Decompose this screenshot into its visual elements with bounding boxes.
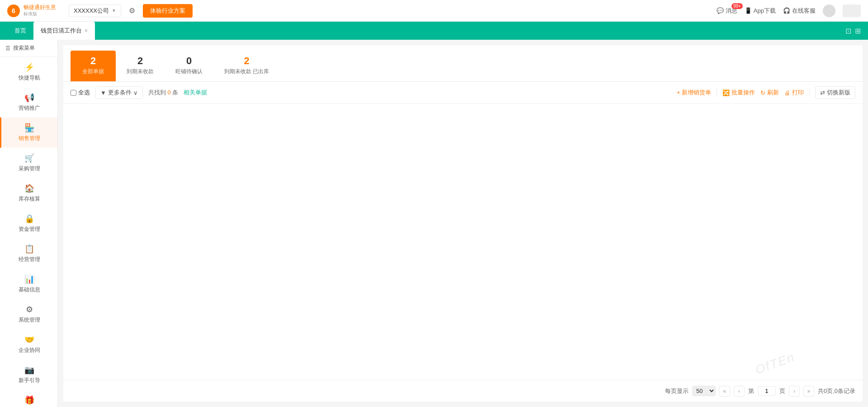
logo-badge: 标准版	[24, 11, 56, 17]
status-card-overdue-num: 2	[127, 55, 154, 67]
status-card-all[interactable]: 2 全部单据	[71, 51, 116, 81]
company-dropdown-icon: ▼	[112, 8, 116, 13]
sidebar-item-system[interactable]: ⚙ 系统管理	[0, 299, 57, 329]
logo-area: 6 畅捷通好生意 标准版	[7, 4, 65, 18]
status-card-wangpu[interactable]: 0 旺铺待确认	[165, 51, 213, 81]
sidebar-item-finance[interactable]: 🔒 资金管理	[0, 208, 57, 239]
related-orders-link[interactable]: 相关单据	[184, 89, 207, 97]
tab-maximize-icon[interactable]: ⊞	[855, 27, 861, 35]
status-card-shipped-label: 到期未收款 已出库	[224, 68, 269, 75]
logo-text: 畅捷通好生意	[24, 4, 56, 11]
status-cards: 2 全部单据 2 到期未收款 0 旺铺待确认 2 到期未收款 已出库	[63, 45, 863, 82]
prev-page-button[interactable]: ‹	[734, 386, 745, 397]
batch-operation-button[interactable]: 🔀 批量操作	[722, 89, 755, 97]
print-button[interactable]: 🖨 打印	[784, 89, 804, 97]
main-layout: ☰ 搜索菜单 ⚡ 快捷导航 📢 营销推广 🏪 销售管理 🛒 采购管理 🏠 库存核…	[0, 40, 868, 407]
last-page-button[interactable]: »	[803, 386, 814, 397]
filter-button[interactable]: ▼ 更多条件 ∨	[95, 86, 143, 99]
toolbar: 全选 ▼ 更多条件 ∨ 共找到 0 条 相关单据 + 新增销货单	[63, 82, 863, 104]
app-download-icon: 📱	[745, 7, 752, 14]
tab-minimize-icon[interactable]: ⊡	[845, 27, 851, 35]
page-number-input[interactable]	[758, 386, 776, 396]
basic-info-icon: 📊	[24, 274, 34, 284]
company-selector[interactable]: XXXXXX公司 ▼	[69, 5, 121, 17]
message-item[interactable]: 💬 消息 99+	[717, 7, 737, 15]
app-download-label: App下载	[754, 7, 776, 15]
status-card-overdue[interactable]: 2 到期未收款	[116, 51, 165, 81]
app-center-icon: 🎁	[24, 395, 34, 405]
found-count-area: 共找到 0 条	[148, 89, 178, 97]
trial-button[interactable]: 体验行业方案	[143, 4, 193, 18]
content-area: 2 全部单据 2 到期未收款 0 旺铺待确认 2 到期未收款 已出库	[58, 40, 868, 407]
sidebar-item-quick-nav[interactable]: ⚡ 快捷导航	[0, 57, 57, 87]
total-label: 共0页,0条记录	[818, 387, 855, 395]
settings-button[interactable]: ⚙	[125, 4, 139, 18]
switch-version-button[interactable]: ⇄ 切换新版	[815, 86, 855, 99]
toolbar-divider-1	[717, 89, 717, 96]
finance-label: 资金管理	[19, 225, 40, 233]
basic-info-label: 基础信息	[19, 286, 40, 294]
message-icon: 💬	[717, 7, 724, 14]
sidebar-item-inventory[interactable]: 🏠 库存核算	[0, 178, 57, 208]
sidebar-search[interactable]: ☰ 搜索菜单	[0, 40, 57, 57]
pagination: 每页显示 50 100 200 « ‹ 第 页 › » 共0页,0条记录	[63, 380, 863, 402]
purchase-icon: 🛒	[24, 153, 34, 163]
tab-work-station[interactable]: 钱货日清工作台 ×	[33, 22, 95, 40]
message-badge: 99+	[731, 3, 743, 9]
tab-close-icon[interactable]: ×	[85, 28, 88, 34]
tab-home[interactable]: 首页	[7, 22, 33, 40]
first-page-button[interactable]: «	[719, 386, 730, 397]
guide-label: 新手引导	[19, 377, 40, 384]
sidebar-item-operations[interactable]: 📋 经营管理	[0, 239, 57, 269]
sidebar-item-basic-info[interactable]: 📊 基础信息	[0, 269, 57, 299]
switch-label: 切换新版	[827, 89, 850, 97]
status-card-overdue-label: 到期未收款	[127, 68, 154, 75]
avatar[interactable]	[823, 5, 835, 17]
sidebar-item-marketing[interactable]: 📢 营销推广	[0, 87, 57, 117]
cooperation-label: 企业协同	[19, 346, 40, 354]
guide-icon: 📷	[24, 365, 34, 375]
sidebar-item-app-center[interactable]: 🎁 应用中心	[0, 390, 57, 407]
found-prefix: 共找到	[148, 89, 166, 96]
add-sale-order-button[interactable]: + 新增销货单	[677, 89, 711, 97]
filter-label: 更多条件	[108, 89, 132, 97]
refresh-button[interactable]: ↻ 刷新	[760, 89, 779, 97]
refresh-icon: ↻	[760, 89, 765, 96]
inventory-icon: 🏠	[24, 183, 34, 193]
tab-home-label: 首页	[14, 27, 26, 35]
next-page-button[interactable]: ›	[789, 386, 800, 397]
quick-nav-icon: ⚡	[24, 62, 34, 72]
online-service-label: 在线客服	[792, 7, 816, 15]
per-page-select[interactable]: 50 100 200	[692, 386, 716, 396]
filter-icon: ▼	[100, 89, 106, 96]
inventory-label: 库存核算	[19, 195, 40, 203]
print-label: 打印	[792, 89, 804, 97]
filter-dropdown-icon: ∨	[133, 89, 138, 96]
found-unit: 条	[172, 89, 178, 96]
sales-icon: 🏪	[24, 123, 34, 133]
toolbar-right: + 新增销货单 🔀 批量操作 ↻ 刷新 🖨 打印	[677, 86, 855, 99]
sidebar-item-guide[interactable]: 📷 新手引导	[0, 360, 57, 390]
sidebar-item-sales[interactable]: 🏪 销售管理	[0, 117, 57, 148]
select-all-input[interactable]	[71, 90, 76, 96]
select-all-checkbox[interactable]: 全选	[71, 89, 90, 97]
per-page-label: 每页显示	[665, 387, 689, 395]
app-download-item[interactable]: 📱 App下载	[745, 7, 776, 15]
sidebar-item-purchase[interactable]: 🛒 采购管理	[0, 148, 57, 178]
sidebar-item-cooperation[interactable]: 🤝 企业协同	[0, 329, 57, 360]
sales-label: 销售管理	[19, 135, 40, 142]
marketing-label: 营销推广	[19, 104, 40, 112]
top-header: 6 畅捷通好生意 标准版 XXXXXX公司 ▼ ⚙ 体验行业方案 💬 消息 99…	[0, 0, 868, 22]
tab-bar-right: ⊡ ⊞	[845, 27, 861, 35]
operations-icon: 📋	[24, 244, 34, 254]
search-label: 搜索菜单	[13, 44, 35, 52]
status-card-wangpu-num: 0	[175, 55, 203, 67]
select-all-label: 全选	[78, 89, 90, 97]
online-service-item[interactable]: 🎧 在线客服	[783, 7, 816, 15]
status-card-wangpu-label: 旺铺待确认	[175, 68, 203, 75]
tab-bar: 首页 钱货日清工作台 × ⊡ ⊞	[0, 22, 868, 40]
user-name-area[interactable]	[843, 5, 861, 17]
operations-label: 经营管理	[19, 256, 40, 263]
status-card-shipped[interactable]: 2 到期未收款 已出库	[213, 51, 280, 81]
logo-icon: 6	[7, 5, 20, 17]
